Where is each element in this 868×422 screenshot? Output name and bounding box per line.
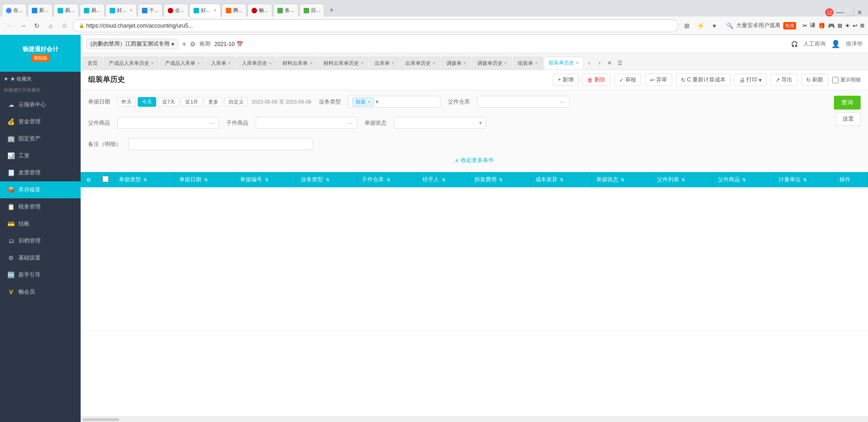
sidebar-item-guide[interactable]: 🆕 新手引导 [0,266,81,283]
back-button[interactable]: ← [4,20,15,31]
browser-tab-t9[interactable]: 腾... [222,4,246,17]
sidebar-item-tax-mgmt[interactable]: 📋 税务管理 [0,198,81,215]
col-cost-diff[interactable]: 成本差异 ⇅ [530,172,591,187]
page-tab-close-pt13[interactable]: × [576,60,579,65]
page-tab-close-pt8[interactable]: × [392,61,394,66]
doc-status-select[interactable]: ▾ [394,117,486,129]
page-tab-nav-close[interactable]: ✕ [605,57,614,69]
select-all-checkbox[interactable] [102,176,109,182]
tab-close-t5[interactable]: × [130,8,133,13]
page-tab-close-pt10[interactable]: × [463,61,466,66]
close-button[interactable]: ✕ [857,9,862,16]
refresh-button[interactable]: ↻ [31,20,42,31]
date-btn-custom[interactable]: 自定义 [224,97,248,107]
date-btn-more[interactable]: 更多 [204,97,223,107]
col-child-warehouse[interactable]: 子件仓库 ⇅ [357,172,418,187]
print-button[interactable]: 🖨 打印 ▾ [734,74,767,86]
page-tab-close-pt3[interactable]: × [197,61,200,66]
page-tab-close-pt2[interactable]: × [151,61,154,66]
page-tab-pt12[interactable]: 组装单 × [513,57,543,69]
remark-input[interactable] [129,138,313,150]
page-tab-close-pt4[interactable]: × [228,61,231,66]
col-doc-no[interactable]: 单据编号 ⇅ [235,172,296,187]
date-btn-7days[interactable]: 近7天 [158,97,179,107]
browser-tab-t4[interactable]: 易... [80,4,105,17]
sidebar-item-fund-mgmt[interactable]: 💰 资金管理 [0,113,81,130]
sidebar-item-inventory[interactable]: 📦 库存核算 [0,181,81,198]
period-selector[interactable]: 2021-10 📅 [214,41,243,47]
page-tab-pt10[interactable]: 调拨单 × [441,57,471,69]
page-tab-close-pt11[interactable]: × [504,61,507,66]
biz-type-tag-close[interactable]: × [368,99,370,104]
col-doc-type[interactable]: 单据类型 ⇅ [114,172,175,187]
browser-tab-t12[interactable]: 目... [299,4,324,17]
page-tab-pt5[interactable]: 入库单历史 × [237,57,277,69]
address-input[interactable]: 🔒 https://cloud.chanjet.com/accounting/u… [73,19,679,32]
sidebar-item-member[interactable]: V 畅会员 [0,283,81,301]
sidebar-item-salary[interactable]: 📊 工资 [0,147,81,164]
show-detail-checkbox[interactable] [832,77,839,83]
browser-tab-t11[interactable]: 各... [273,4,298,17]
date-btn-today[interactable]: 今天 [138,97,156,107]
col-doc-date[interactable]: 单据日期 ⇅ [175,172,235,187]
biz-type-input[interactable]: 组装 × ▾ [348,96,440,108]
bookmark-button[interactable]: ☆ [59,20,70,31]
show-detail-checkbox-label[interactable]: 显示明细 [832,76,861,83]
col-doc-status[interactable]: 单据状态 ⇅ [591,172,652,187]
settings-gear-icon[interactable]: ⚙ [190,40,196,48]
page-tab-close-pt5[interactable]: × [269,61,272,66]
page-tab-pt2[interactable]: 产成品入库单历史 × [104,57,159,69]
col-biz-type[interactable]: 业务类型 ⇅ [296,172,357,187]
sidebar-favorites[interactable]: ★ ★ 收藏夹 [0,72,81,86]
child-goods-input[interactable]: ··· [256,117,357,129]
add-button[interactable]: + 新增 [553,74,579,86]
company-selector[interactable]: (勿删勿禁用）江西服宝测试专用 ▾ [86,39,178,49]
tab-close-t8[interactable]: × [214,8,217,13]
col-unit[interactable]: 计量单位 ⇅ [774,172,834,187]
page-tab-pt9[interactable]: 出库单历史 × [400,57,440,69]
parent-goods-input[interactable]: ··· [117,117,219,129]
recalc-button[interactable]: ↻ C 重新计算成本 [676,74,731,86]
forward-button[interactable]: → [18,20,29,31]
sidebar-item-invoice-mgmt[interactable]: 🧾 发票管理 [0,164,81,181]
child-goods-dots[interactable]: ··· [347,119,353,127]
lightning-button[interactable]: ⚡ [695,20,706,31]
sidebar-item-fixed-assets[interactable]: 🏢 固定资产 [0,130,81,147]
biz-type-dots[interactable]: ▾ [375,98,379,105]
col-parent-goods[interactable]: 父件商品 ⇅ [713,172,774,187]
date-btn-yesterday[interactable]: 昨天 [117,97,136,107]
maximize-button[interactable]: ⬜ [846,9,854,16]
sidebar-item-basic-settings[interactable]: ⚙ 基础设置 [0,249,81,266]
review-button[interactable]: ✓ 审核 [614,74,641,86]
query-button[interactable]: 查询 [834,96,861,110]
page-tab-close-pt12[interactable]: × [535,61,538,66]
export-button[interactable]: ↗ 导出 [770,74,798,86]
page-tab-pt11[interactable]: 调拨单历史 × [472,57,512,69]
col-handler[interactable]: 经手人 ⇅ [418,172,470,187]
parent-warehouse-input[interactable]: ··· [477,96,569,108]
col-settings[interactable]: ⚙ [81,172,97,187]
set-button[interactable]: 设置 [836,112,861,126]
sidebar-item-settlement[interactable]: 💳 结账 [0,215,81,232]
col-checkbox[interactable] [97,172,114,187]
page-tab-close-pt7[interactable]: × [361,61,364,66]
page-tab-home[interactable]: 首页 [82,57,103,69]
minimize-button[interactable]: — [836,8,844,17]
page-tab-nav-next[interactable]: › [595,57,604,69]
browser-tab-t1[interactable]: 在... [2,4,27,17]
col-disassemble-cost[interactable]: 拆装费用 ⇅ [470,172,531,187]
add-company-button[interactable]: + [182,40,186,48]
page-tab-pt6[interactable]: 材料出库单 × [277,57,317,69]
page-tab-nav-menu[interactable]: ☰ [615,57,624,69]
new-tab-button[interactable]: + [325,4,338,17]
page-tab-pt13[interactable]: 组装单历史 × [544,57,584,69]
page-tab-pt7[interactable]: 材料出库单历史 × [318,57,369,69]
sidebar-item-cloud-report[interactable]: ☁ 云报表中心 [0,96,81,113]
browser-tab-t5[interactable]: 好... × [106,4,137,17]
page-tab-nav-prev[interactable]: ‹ [585,57,594,69]
browser-tab-t6[interactable]: 个... [138,4,163,17]
support-label[interactable]: 人工咨询 [803,40,826,48]
parent-warehouse-dots[interactable]: ··· [560,98,565,105]
menu-icon[interactable]: ≡ [860,22,864,30]
collapse-btn[interactable]: ∧ 收起更多条件 [88,155,861,166]
